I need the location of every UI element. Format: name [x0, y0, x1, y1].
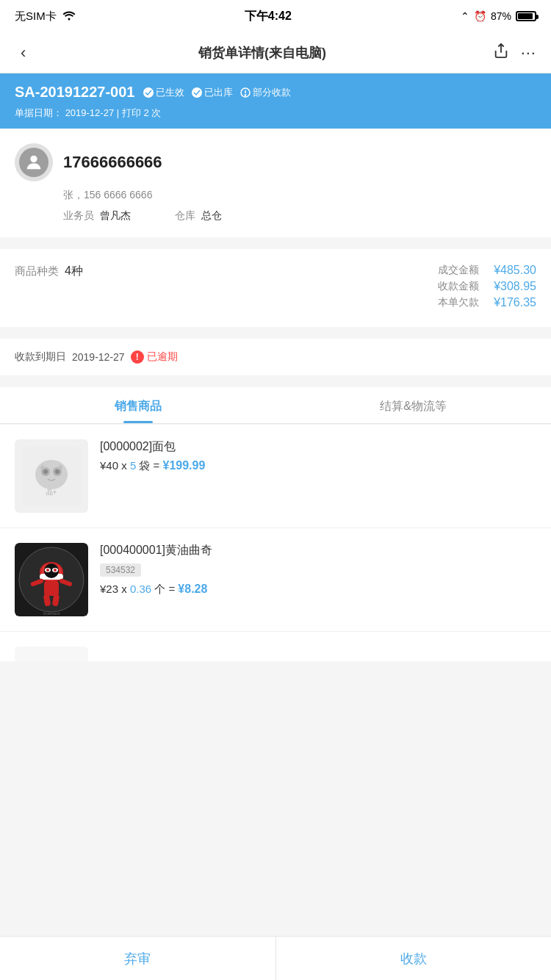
products-section: 品+ [0000002]面包 ¥40 x 5 袋 = ¥199.99	[0, 425, 551, 662]
page-title: 销货单详情(来自电脑)	[198, 44, 326, 62]
status-tag-effective: 已生效	[143, 86, 184, 99]
product-price-2: ¥23 x 0.36 个 = ¥8.28	[100, 583, 536, 597]
deal-amount-label: 成交金额	[438, 264, 479, 277]
nav-actions: ···	[493, 43, 536, 62]
status-tag-shipped: 已出库	[192, 86, 233, 99]
overdue-icon: !	[131, 350, 144, 364]
warehouse-value: 总仓	[201, 209, 222, 223]
list-item	[0, 632, 551, 662]
customer-sub-info: 张，156 6666 6666	[15, 189, 536, 202]
bottom-bar: 弃审 收款	[0, 936, 551, 980]
abandon-review-button[interactable]: 弃审	[0, 937, 276, 980]
svg-point-5	[30, 156, 37, 162]
divider-1	[0, 243, 551, 249]
product-info-1: [0000002]面包 ¥40 x 5 袋 = ¥199.99	[100, 439, 536, 473]
alarm-icon: ⏰	[474, 10, 486, 22]
debt-value: ¥176.35	[494, 296, 536, 309]
order-header: SA-20191227-001 已生效 已出库 部分收款 单据日期： 2019-…	[0, 73, 551, 129]
customer-section: 17666666666 张，156 6666 6666 业务员 曾凡杰 仓库 总…	[0, 129, 551, 237]
svg-text:品+: 品+	[46, 489, 57, 496]
svg-rect-23	[44, 581, 59, 596]
warehouse-label: 仓库	[175, 209, 195, 223]
collect-payment-button[interactable]: 收款	[276, 937, 552, 980]
product-type-count: 4种	[65, 264, 83, 279]
svg-text:licensed: licensed	[43, 611, 60, 616]
svg-point-4	[245, 94, 246, 95]
order-date-info: 单据日期： 2019-12-27 | 打印 2 次	[15, 107, 536, 120]
due-date-value: 2019-12-27	[72, 351, 125, 363]
deal-amount-value: ¥485.30	[494, 264, 536, 277]
status-tags: 已生效 已出库 部分收款	[143, 86, 291, 99]
product-image-1: 品+	[15, 439, 88, 513]
tab-settlement[interactable]: 结算&物流等	[276, 387, 551, 423]
location-icon: ⌃	[461, 10, 469, 22]
product-sku-2: 534532	[100, 563, 141, 577]
wifi-icon	[62, 10, 76, 23]
tab-products[interactable]: 销售商品	[0, 387, 276, 423]
due-date-label: 收款到期日	[15, 350, 66, 364]
battery-percent: 87%	[491, 10, 511, 22]
svg-point-22	[54, 569, 57, 572]
due-section: 收款到期日 2019-12-27 ! 已逾期	[0, 339, 551, 375]
svg-point-21	[46, 569, 49, 572]
svg-point-11	[55, 469, 60, 474]
share-icon[interactable]	[493, 43, 509, 62]
customer-phone: 17666666666	[63, 153, 162, 172]
overdue-text: 已逾期	[147, 350, 178, 364]
collected-label: 收款金额	[438, 280, 479, 293]
product-info-2: [000400001]黄油曲奇 534532 ¥23 x 0.36 个 = ¥8…	[100, 543, 536, 597]
product-total-2: ¥8.28	[178, 583, 207, 595]
carrier-label: 无SIM卡	[15, 10, 57, 24]
salesperson-value: 曾凡杰	[100, 209, 131, 223]
svg-point-7	[35, 460, 68, 489]
product-image-3	[15, 646, 88, 662]
divider-2	[0, 333, 551, 339]
more-icon[interactable]: ···	[521, 43, 536, 62]
back-button[interactable]: ‹	[15, 37, 32, 68]
battery-icon	[516, 11, 536, 21]
avatar	[15, 143, 53, 181]
stats-section: 商品种类 4种 成交金额 ¥485.30 收款金额 ¥308.95 本单欠款 ¥…	[0, 249, 551, 327]
debt-label: 本单欠款	[438, 296, 479, 309]
status-bar: 无SIM卡 下午4:42 ⌃ ⏰ 87%	[0, 0, 551, 32]
status-time: 下午4:42	[245, 9, 292, 24]
divider-3	[0, 381, 551, 387]
salesperson-label: 业务员	[63, 209, 94, 223]
product-type-label: 商品种类	[15, 264, 59, 278]
collected-value: ¥308.95	[494, 280, 536, 293]
product-total-1: ¥199.99	[163, 459, 206, 472]
svg-point-2	[192, 87, 202, 98]
status-tag-partial: 部分收款	[240, 86, 291, 99]
order-id: SA-20191227-001	[15, 84, 134, 101]
product-qty-2: 0.36	[130, 583, 151, 595]
customer-detail: 业务员 曾凡杰 仓库 总仓	[15, 209, 536, 223]
status-right: ⌃ ⏰ 87%	[461, 10, 536, 22]
product-image-2: licensed	[15, 543, 88, 616]
list-item: licensed [000400001]黄油曲奇 534532 ¥23 x 0.…	[0, 528, 551, 632]
product-name-1: [0000002]面包	[100, 439, 536, 455]
product-name-2: [000400001]黄油曲奇	[100, 543, 536, 558]
tabs-section: 销售商品 结算&物流等	[0, 387, 551, 424]
overdue-badge: ! 已逾期	[131, 350, 178, 364]
product-price-1: ¥40 x 5 袋 = ¥199.99	[100, 459, 536, 473]
svg-point-10	[43, 469, 48, 474]
nav-bar: ‹ 销货单详情(来自电脑) ···	[0, 32, 551, 73]
list-item: 品+ [0000002]面包 ¥40 x 5 袋 = ¥199.99	[0, 425, 551, 528]
status-left: 无SIM卡	[15, 10, 76, 24]
svg-point-1	[143, 87, 154, 98]
product-qty-1: 5	[130, 459, 136, 472]
